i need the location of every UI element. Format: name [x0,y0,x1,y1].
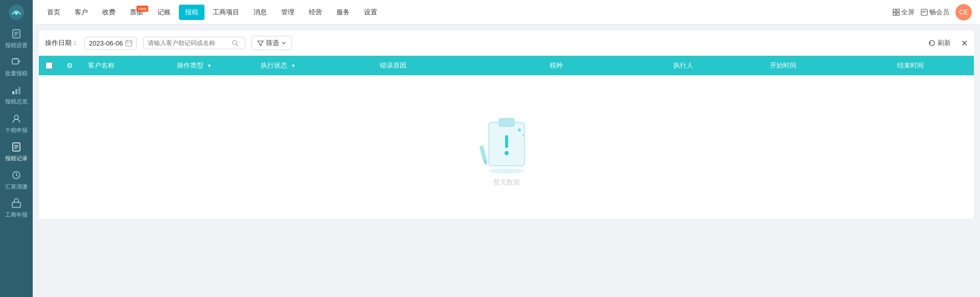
th-tax-type: 税种 [466,56,647,75]
svg-rect-29 [499,118,514,126]
svg-rect-17 [893,9,896,12]
geshuishen-bao-icon [11,114,21,125]
baoshui-zonglam-icon [11,85,21,97]
search-icon [232,39,239,47]
svg-point-35 [522,134,524,136]
sidebar-item-gongshang-nianbao[interactable]: 工商年报 [0,194,33,222]
sidebar-item-label: 工商年报 [5,211,28,218]
empty-state: 暂无数据 [39,75,974,219]
empty-illustration [476,107,537,174]
nav-item-gongshang-xiangmu[interactable]: 工商项目 [207,5,245,20]
svg-rect-32 [479,145,487,161]
table-header: ⚙ 客户名称 操作类型 ▼ 执行状态 ▼ [39,56,974,75]
close-button[interactable]: ✕ [961,38,968,48]
toolbar: 操作日期： 2023-06-06 筛选 刷新 [39,31,974,56]
svg-rect-8 [15,89,17,94]
th-exec-status: 执行状态 ▼ [236,56,320,75]
th-error-reason: 错误原因 [321,56,466,75]
sidebar: 报税设置 批量报税 报税总览 个税申报 报税记录 汇算清缴 工商 [0,0,33,297]
exec-status-filter-icon[interactable]: ▼ [291,63,296,69]
nav-item-kehu[interactable]: 客户 [69,5,94,20]
svg-rect-19 [893,13,896,15]
nav-item-shouye[interactable]: 首页 [41,5,66,20]
gongshang-nianbao-icon [11,198,21,210]
data-table: ⚙ 客户名称 操作类型 ▼ 执行状态 ▼ [39,56,974,75]
filter-icon [257,40,264,47]
nav-items: 首页 客户 收费 票据 new 记账 报税 工商项目 消息 [41,5,893,20]
nav-item-jingying[interactable]: 经营 [303,5,328,20]
sidebar-item-piliang-baoshui[interactable]: 批量报税 [0,53,33,81]
search-input[interactable] [148,39,230,47]
svg-point-10 [14,115,18,119]
sidebar-item-label: 批量报税 [5,70,28,77]
sidebar-item-geshuishen-bao[interactable]: 个税申报 [0,110,33,138]
nav-item-xiaoxi[interactable]: 消息 [247,5,273,20]
nav-item-fuwu[interactable]: 服务 [330,5,356,20]
calendar-icon [125,39,132,47]
nav-item-piaoju[interactable]: 票据 new [124,5,149,20]
main-panel: 操作日期： 2023-06-06 筛选 刷新 [39,31,974,219]
table-wrapper: ⚙ 客户名称 操作类型 ▼ 执行状态 ▼ [39,56,974,219]
svg-rect-16 [12,202,20,207]
nav-item-jizhang[interactable]: 记账 [151,5,177,20]
settings-header[interactable]: ⚙ [59,56,80,75]
user-avatar[interactable]: CE [955,4,972,20]
sidebar-item-huisuan-jiaona[interactable]: 汇算清缴 [0,166,33,194]
op-type-filter-icon[interactable]: ▼ [207,63,212,69]
svg-rect-18 [897,9,899,12]
chevron-down-icon [281,40,286,46]
sidebar-item-label: 报税总览 [5,98,28,105]
top-navigation: 首页 客户 收费 票据 new 记账 报税 工商项目 消息 [33,0,980,25]
svg-rect-22 [126,40,132,46]
date-label: 操作日期： [45,38,78,48]
th-executor: 执行人 [647,56,720,75]
nav-item-shoufe[interactable]: 收费 [96,5,122,20]
svg-line-27 [236,45,238,47]
checkbox-header[interactable] [39,56,59,75]
search-box[interactable] [143,37,245,49]
svg-rect-31 [505,135,508,148]
baoshui-jilu-icon [11,142,21,154]
svg-point-34 [518,129,521,132]
member-button[interactable]: 畅会员 [921,8,949,17]
date-picker[interactable]: 2023-06-06 [84,37,137,50]
svg-point-30 [505,151,509,155]
sidebar-item-label: 汇算清缴 [5,183,28,190]
main-area: 首页 客户 收费 票据 new 记账 报税 工商项目 消息 [33,0,980,297]
svg-point-26 [233,40,237,45]
th-customer-name: 客户名称 [80,56,152,75]
nav-item-shezhi[interactable]: 设置 [358,5,383,20]
piliang-baoshui-icon [11,57,21,69]
column-settings-icon[interactable]: ⚙ [66,61,73,70]
select-all-checkbox[interactable] [45,62,53,69]
svg-rect-6 [12,59,18,64]
baoshui-shezhi-icon [11,29,21,40]
new-badge: new [136,6,148,12]
nav-item-guanli[interactable]: 管理 [275,5,301,20]
nav-item-baoshui[interactable]: 报税 [179,5,204,20]
app-logo [0,0,33,25]
th-start-time: 开始时间 [720,56,847,75]
svg-rect-7 [12,91,14,94]
sidebar-item-baoshui-zonglam[interactable]: 报税总览 [0,81,33,109]
refresh-button[interactable]: 刷新 [928,38,951,48]
sidebar-item-label: 报税设置 [5,42,28,49]
svg-point-1 [15,12,18,15]
sidebar-item-label: 报税记录 [5,155,28,162]
content-area: 操作日期： 2023-06-06 筛选 刷新 [33,25,980,297]
th-op-type: 操作类型 ▼ [152,56,236,75]
fullscreen-button[interactable]: 全屏 [893,8,915,17]
sidebar-item-label: 个税申报 [5,127,28,134]
sidebar-item-baoshui-jilu[interactable]: 报税记录 [0,138,33,166]
svg-rect-20 [897,13,899,15]
sidebar-item-baoshui-shezhi[interactable]: 报税设置 [0,25,33,53]
filter-button[interactable]: 筛选 [252,36,292,50]
topnav-right: 全屏 畅会员 CE [893,4,972,20]
refresh-icon [928,39,936,47]
empty-text: 暂无数据 [493,178,520,187]
svg-point-36 [489,168,525,174]
huisuan-jiaona-icon [11,170,21,182]
svg-rect-9 [18,87,20,94]
svg-marker-33 [483,160,488,166]
th-end-time: 结束时间 [847,56,974,75]
